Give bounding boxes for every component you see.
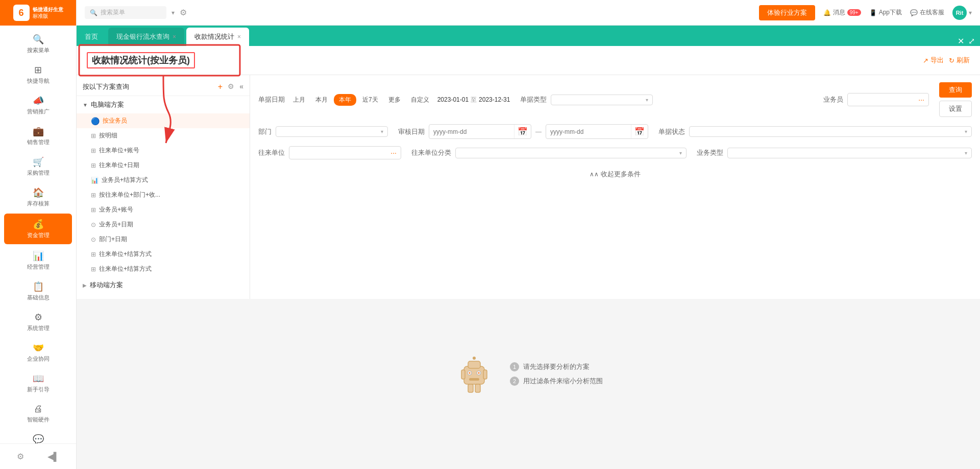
- shortcut-this-month[interactable]: 本月: [311, 94, 332, 106]
- shortcut-custom[interactable]: 自定义: [407, 94, 433, 106]
- scheme-item-partner-settle1[interactable]: ⊞ 往来单位+结算方式: [77, 247, 250, 262]
- tab-receipt-stat[interactable]: 收款情况统计 ×: [186, 28, 249, 46]
- sidebar-item-label: 采购管理: [27, 169, 50, 177]
- scheme-item-icon-sd: ⊙: [91, 221, 96, 228]
- search-dropdown-arrow[interactable]: ▾: [172, 9, 175, 16]
- page-header: 收款情况统计(按业务员) ↗ 导出 ↻ 刷新: [77, 46, 980, 75]
- voucher-type-arrow: ▾: [646, 97, 648, 103]
- review-date-cal-from[interactable]: 📅: [514, 125, 531, 138]
- sidebar-item-label: 智能硬件: [27, 416, 50, 424]
- home-tab-label: 首页: [85, 32, 98, 41]
- sidebar-item-collab[interactable]: 🤝 企业协同: [0, 337, 76, 368]
- sidebar-item-search[interactable]: 🔍 搜索菜单: [0, 29, 76, 59]
- scheme-item-label-ps1: 往来单位+结算方式: [99, 250, 152, 259]
- review-date-to[interactable]: 📅: [546, 124, 648, 139]
- shortcut-this-year[interactable]: 本年: [334, 94, 356, 106]
- setting-btn[interactable]: 设置: [939, 101, 972, 117]
- close-window-btn[interactable]: ✕: [958, 36, 964, 46]
- scheme-setting-btn[interactable]: ⚙: [228, 82, 234, 91]
- shortcut-7days[interactable]: 近7天: [358, 94, 382, 106]
- header-right: 体验行业方案 🔔 消息 99+ 📱 App下载 💬 在线客服 Rit ▾: [759, 5, 972, 20]
- scheme-item-partner-account[interactable]: ⊞ 往来单位+账号: [77, 143, 250, 158]
- scheme-item-partner-date[interactable]: ⊞ 往来单位+日期: [77, 158, 250, 173]
- menu-search-box[interactable]: 🔍 搜索菜单: [85, 6, 166, 19]
- review-date-from-input[interactable]: [429, 126, 514, 137]
- tab-home[interactable]: 首页: [77, 28, 106, 46]
- scheme-item-detail[interactable]: ⊞ 按明细: [77, 128, 250, 143]
- scheme-collapse-btn[interactable]: «: [239, 82, 243, 91]
- logo-icon: 6: [13, 5, 30, 21]
- collapse-sidebar-icon[interactable]: ◀‍▌: [47, 452, 59, 461]
- settings-bottom-icon[interactable]: ⚙: [17, 452, 24, 461]
- refresh-btn[interactable]: ↻ 刷新: [949, 56, 970, 65]
- scheme-item-partner-settle2[interactable]: ⊞ 往来单位+结算方式: [77, 262, 250, 276]
- partner-category-arrow: ▾: [679, 150, 682, 156]
- sidebar-item-purchase[interactable]: 🛒 采购管理: [0, 151, 76, 182]
- scheme-item-salesperson-account[interactable]: ⊞ 业务员+账号: [77, 202, 250, 217]
- salesperson-label: 业务员: [823, 95, 843, 104]
- partner-select[interactable]: ···: [289, 146, 401, 159]
- tip-num-1: 1: [510, 362, 519, 371]
- user-avatar-area[interactable]: Rit ▾: [952, 6, 972, 20]
- tip-text-1: 请先选择要分析的方案: [523, 362, 590, 371]
- query-btn[interactable]: 查询: [939, 82, 972, 98]
- scheme-pc-group-header[interactable]: ▼ 电脑端方案: [77, 96, 250, 113]
- notification-btn[interactable]: 🔔 消息 99+: [823, 8, 861, 17]
- scheme-item-partner-dept[interactable]: ⊞ 按往来单位+部门+收...: [77, 187, 250, 202]
- cashflow-tab-close[interactable]: ×: [173, 33, 176, 40]
- salesperson-select[interactable]: ···: [847, 93, 929, 106]
- partner-category-select[interactable]: ▾: [455, 148, 687, 158]
- svg-rect-9: [483, 370, 487, 379]
- sidebar-item-system[interactable]: ⚙ 系统管理: [0, 307, 76, 337]
- svg-rect-7: [469, 378, 479, 381]
- scheme-mobile-group-header[interactable]: ▶ 移动端方案: [77, 276, 250, 294]
- sidebar-item-finance[interactable]: 💰 资金管理: [4, 214, 72, 244]
- scheme-item-salesperson-settle[interactable]: 📊 业务员+结算方式: [77, 173, 250, 187]
- voucher-status-select[interactable]: ▾: [689, 126, 972, 137]
- system-icon: ⚙: [34, 312, 42, 323]
- voucher-type-select[interactable]: ▾: [551, 95, 653, 105]
- receipt-stat-tab-close[interactable]: ×: [237, 33, 241, 40]
- sidebar-item-inventory[interactable]: 🏠 库存核算: [0, 182, 76, 213]
- partner-more-btn[interactable]: ···: [390, 149, 397, 157]
- online-service-btn[interactable]: 💬 在线客服: [910, 8, 944, 17]
- scheme-item-dept-date[interactable]: ⊙ 部门+日期: [77, 232, 250, 247]
- sidebar-item-newbie[interactable]: 📖 新手引导: [0, 368, 76, 398]
- page-content: 收款情况统计(按业务员) ↗ 导出 ↻ 刷新 按以下方案查询 +: [77, 46, 980, 469]
- scheme-item-label-pdc: 按往来单位+部门+收...: [99, 191, 160, 199]
- sidebar-item-operation[interactable]: 📊 经营管理: [0, 245, 76, 276]
- filter-row-1: 单据日期 上月 本月 本年 近7天 更多 自定义 2023-01-01 至: [258, 82, 972, 117]
- sidebar-item-label: 新手引导: [27, 386, 50, 393]
- review-date-cal-to[interactable]: 📅: [631, 125, 648, 138]
- filter-business-type: 业务类型 ▾: [697, 148, 972, 158]
- main-area: 🔍 搜索菜单 ▾ ⚙ 体验行业方案 🔔 消息 99+ 📱 App下载 💬 在线客…: [77, 0, 980, 469]
- scheme-add-btn[interactable]: +: [218, 82, 223, 91]
- review-date-to-input[interactable]: [546, 126, 631, 137]
- shortcut-more[interactable]: 更多: [384, 94, 405, 106]
- business-type-select[interactable]: ▾: [727, 148, 972, 158]
- refresh-icon: ↻: [949, 57, 954, 64]
- sidebar-item-basic[interactable]: 📋 基础信息: [0, 276, 76, 307]
- scheme-item-icon-ps2: ⊞: [91, 266, 96, 273]
- app-download-btn[interactable]: 📱 App下载: [869, 8, 902, 17]
- filter-row-3: 往来单位 ··· 往来单位分类 ▾ 业务: [258, 146, 972, 159]
- settings-icon[interactable]: ⚙: [180, 8, 187, 17]
- sidebar-item-quicknav[interactable]: ⊞ 快捷导航: [0, 59, 76, 90]
- collapse-btn[interactable]: ∧∧ 收起更多条件: [258, 167, 972, 182]
- newbie-icon: 📖: [33, 373, 44, 384]
- dept-select[interactable]: ▾: [276, 126, 388, 137]
- dept-label: 部门: [258, 127, 272, 136]
- trial-btn[interactable]: 体验行业方案: [759, 5, 815, 20]
- shortcut-last-month[interactable]: 上月: [289, 94, 309, 106]
- salesperson-more-btn[interactable]: ···: [918, 96, 924, 104]
- scheme-item-salesperson-date[interactable]: ⊙ 业务员+日期: [77, 217, 250, 232]
- maximize-window-btn[interactable]: ⤢: [968, 36, 975, 46]
- export-btn[interactable]: ↗ 导出: [923, 56, 944, 65]
- scheme-item-salesperson[interactable]: 🔵 按业务员: [77, 113, 250, 128]
- sidebar-item-hardware[interactable]: 🖨 智能硬件: [0, 398, 76, 429]
- sidebar-item-wechat[interactable]: 💬 企业微信: [0, 429, 76, 443]
- sidebar-item-sales[interactable]: 💼 销售管理: [0, 121, 76, 151]
- review-date-from[interactable]: 📅: [429, 124, 531, 139]
- tab-cashflow[interactable]: 现金银行流水查询 ×: [108, 28, 184, 46]
- sidebar-item-marketing[interactable]: 📣 营销推广: [0, 90, 76, 121]
